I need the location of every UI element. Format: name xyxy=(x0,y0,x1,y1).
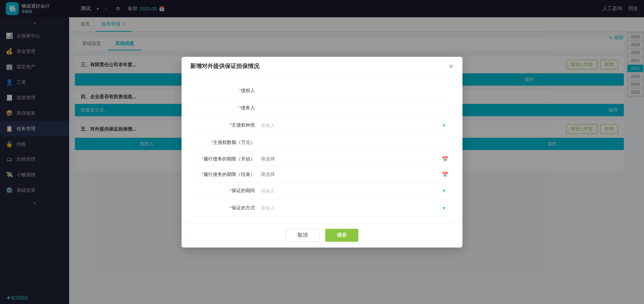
input-period-end[interactable] xyxy=(261,172,442,177)
calendar-end-icon[interactable]: 📅 xyxy=(442,172,448,177)
dialog-header: 新增对外提供保证担保情况 ✕ xyxy=(182,57,462,77)
save-button[interactable]: 保存 xyxy=(325,229,358,242)
calendar-start-icon[interactable]: 📅 xyxy=(442,156,448,162)
input-guarantee-period[interactable] xyxy=(261,187,448,195)
field-debtor: *债务人 xyxy=(196,100,448,117)
field-period-end: *履行债务的期限（结束） 📅 xyxy=(196,167,448,182)
field-period-start: *履行债务的期限（开始） 📅 xyxy=(196,151,448,167)
label-guarantee-period: *保证的期间 xyxy=(196,187,261,194)
label-debtor: *债务人 xyxy=(196,105,261,111)
field-guarantee-method: *保证的方式 ▾ xyxy=(196,200,448,217)
dialog: 新增对外提供保证担保情况 ✕ *债权人 *债务人 *主债权种类 xyxy=(182,57,462,248)
input-guarantee-method[interactable] xyxy=(261,204,448,212)
dialog-close-btn[interactable]: ✕ xyxy=(448,63,454,71)
input-claim-amount[interactable] xyxy=(261,139,448,147)
dialog-body: *债权人 *债务人 *主债权种类 ▾ xyxy=(182,77,462,223)
dialog-overlay: 新增对外提供保证担保情况 ✕ *债权人 *债务人 *主债权种类 xyxy=(0,0,644,304)
chevron-guarantee-period-icon: ▾ xyxy=(443,188,445,194)
chevron-claim-type-icon: ▾ xyxy=(443,122,445,128)
field-claim-amount: *主债权数额（万元） xyxy=(196,134,448,151)
input-period-start[interactable] xyxy=(261,156,442,162)
dialog-title: 新增对外提供保证担保情况 xyxy=(190,63,259,70)
label-claim-type: *主债权种类 xyxy=(196,122,261,128)
select-wrap-claim-type: ▾ xyxy=(261,121,448,130)
chevron-guarantee-method-icon: ▾ xyxy=(443,205,445,211)
cancel-button[interactable]: 取消 xyxy=(286,229,319,242)
dialog-footer: 取消 保存 xyxy=(182,223,462,248)
input-claim-type[interactable] xyxy=(261,121,448,130)
label-claim-amount: *主债权数额（万元） xyxy=(196,139,261,146)
input-debtor[interactable] xyxy=(261,104,448,112)
field-creditor: *债权人 xyxy=(196,82,448,100)
input-creditor[interactable] xyxy=(261,87,448,95)
label-period-start: *履行债务的期限（开始） xyxy=(196,156,261,162)
label-creditor: *债权人 xyxy=(196,87,261,94)
field-guarantee-period: *保证的期间 ▾ xyxy=(196,182,448,200)
label-period-end: *履行债务的期限（结束） xyxy=(196,171,261,178)
field-claim-type: *主债权种类 ▾ xyxy=(196,117,448,134)
label-guarantee-method: *保证的方式 xyxy=(196,205,261,211)
